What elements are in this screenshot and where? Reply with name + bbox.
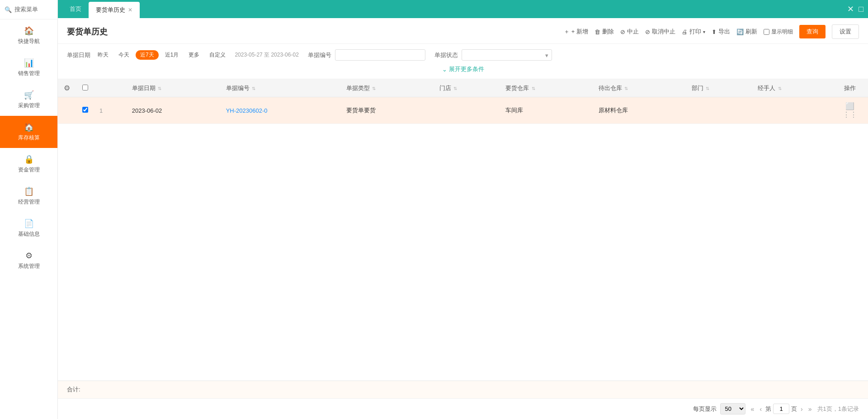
expand-filter-button[interactable]: ⌄ 展开更多条件 <box>442 65 484 73</box>
row-checkbox[interactable] <box>82 107 88 113</box>
print-icon: 🖨 <box>682 29 688 35</box>
sidebar-item-label: 基础信息 <box>18 230 40 238</box>
home-icon: 🏠 <box>24 26 34 36</box>
th-dest-warehouse: 待出仓库 ⇅ <box>593 79 686 97</box>
print-label: 打印 <box>689 28 701 36</box>
expand-label: 展开更多条件 <box>449 65 484 73</box>
sidebar-item-quick-nav[interactable]: 🏠 快捷导航 <box>0 19 57 52</box>
date-btn-yesterday[interactable]: 昨天 <box>94 50 112 60</box>
th-dest-warehouse-label: 待出仓库 <box>599 85 622 91</box>
query-button[interactable]: 查询 <box>799 25 826 38</box>
sidebar-item-finance[interactable]: 🔒 资金管理 <box>0 148 57 180</box>
status-select-wrapper <box>462 49 552 61</box>
th-req-warehouse-sort-icon[interactable]: ⇅ <box>532 86 535 91</box>
tab-bar: 首页 要货单历史 ✕ ✕ □ <box>58 0 868 18</box>
sidebar-item-system[interactable]: ⚙ 系统管理 <box>0 244 57 276</box>
th-order-no: 单据编号 ⇅ <box>221 79 341 97</box>
sidebar-item-sales[interactable]: 📊 销售管理 <box>0 52 57 84</box>
th-shop: 门店 ⇅ <box>434 79 500 97</box>
show-detail-checkbox[interactable] <box>764 29 769 35</box>
status-select[interactable] <box>462 49 552 61</box>
sidebar-item-inventory[interactable]: 🏠 库存核算 <box>0 116 57 148</box>
refresh-button[interactable]: 🔄 刷新 <box>736 28 757 36</box>
sidebar-item-operation[interactable]: 📋 经营管理 <box>0 180 57 212</box>
table-header-row: ⚙ 单据日期 ⇅ 单据编号 ⇅ <box>58 79 868 97</box>
row-view-button[interactable]: ⬜ <box>845 102 854 110</box>
row-check[interactable] <box>76 97 94 124</box>
page-label: 第 <box>765 405 771 413</box>
tab-close-button[interactable]: ✕ <box>128 7 132 13</box>
window-close-button[interactable]: ✕ <box>847 4 854 14</box>
select-all-checkbox[interactable] <box>82 85 88 90</box>
sidebar-item-label: 系统管理 <box>18 262 40 270</box>
print-button[interactable]: 🖨 打印 ▾ <box>682 28 705 36</box>
next-page-button[interactable]: › <box>799 405 805 414</box>
date-btn-7days[interactable]: 近7天 <box>136 50 159 60</box>
th-order-no-sort-icon[interactable]: ⇅ <box>252 86 255 91</box>
th-type-sort-icon[interactable]: ⇅ <box>372 86 376 91</box>
export-label: 导出 <box>718 28 730 36</box>
export-button[interactable]: ⬆ 导出 <box>712 28 730 36</box>
refresh-icon: 🔄 <box>736 29 744 35</box>
toolbar: ＋ + 新增 🗑 删除 ⊘ 中止 ⊘ 取消中止 🖨 打印 <box>564 24 859 39</box>
stop-button[interactable]: ⊘ 中止 <box>620 28 639 36</box>
th-handler: 经手人 ⇅ <box>752 79 832 97</box>
page-title: 要货单历史 <box>67 26 108 37</box>
settings-button[interactable]: 设置 <box>832 24 859 39</box>
filter-area: 单据日期 昨天 今天 近7天 近1月 更多 自定义 2023-05-27 至 2… <box>58 44 868 79</box>
column-settings-button[interactable]: ⚙ <box>64 84 70 92</box>
th-department-label: 部门 <box>692 85 703 91</box>
th-dest-warehouse-sort-icon[interactable]: ⇅ <box>624 86 628 91</box>
page-input[interactable] <box>773 404 789 414</box>
last-page-button[interactable]: » <box>807 405 814 414</box>
th-date: 单据日期 ⇅ <box>127 79 221 97</box>
show-detail-label: 显示明细 <box>771 28 793 36</box>
sidebar-item-label: 资金管理 <box>18 166 40 174</box>
prev-page-button[interactable]: ‹ <box>758 405 764 414</box>
sidebar-item-purchase[interactable]: 🛒 采购管理 <box>0 84 57 116</box>
total-info: 共1页，1条记录 <box>817 405 859 413</box>
show-detail-checkbox-wrapper[interactable]: 显示明细 <box>764 28 793 36</box>
cancel-stop-button[interactable]: ⊘ 取消中止 <box>645 28 675 36</box>
date-btn-1month[interactable]: 近1月 <box>161 50 183 60</box>
purchase-icon: 🛒 <box>24 90 34 100</box>
sidebar-item-basic[interactable]: 📄 基础信息 <box>0 212 57 244</box>
delete-button[interactable]: 🗑 删除 <box>594 28 614 36</box>
row-num: 1 <box>94 97 127 124</box>
date-btn-custom[interactable]: 自定义 <box>206 50 229 60</box>
th-type: 单据类型 ⇅ <box>341 79 434 97</box>
date-btn-more[interactable]: 更多 <box>185 50 203 60</box>
add-button[interactable]: ＋ + 新增 <box>564 28 588 36</box>
first-page-button[interactable]: « <box>749 405 756 414</box>
order-no-link[interactable]: YH-20230602-0 <box>226 107 268 114</box>
per-page-select[interactable]: 50 100 200 <box>720 403 745 414</box>
add-label: + 新增 <box>571 28 588 36</box>
row-shop <box>434 97 500 124</box>
row-date: 2023-06-02 <box>127 97 221 124</box>
th-handler-sort-icon[interactable]: ⇅ <box>778 86 782 91</box>
th-order-no-label: 单据编号 <box>226 85 250 91</box>
window-max-button[interactable]: □ <box>859 5 863 14</box>
system-icon: ⚙ <box>25 251 33 261</box>
date-btn-today[interactable]: 今天 <box>115 50 133 60</box>
th-shop-sort-icon[interactable]: ⇅ <box>453 86 457 91</box>
status-filter: 单据状态 ▾ <box>434 49 548 61</box>
row-more-button[interactable]: ⋮⋮ <box>843 110 857 119</box>
th-type-label: 单据类型 <box>346 85 370 91</box>
refresh-label: 刷新 <box>745 28 757 36</box>
th-handler-label: 经手人 <box>758 85 775 91</box>
sidebar-search[interactable]: 🔍 搜索菜单 <box>0 0 57 19</box>
page-nav: « ‹ 第 页 › » <box>749 404 814 414</box>
export-icon: ⬆ <box>712 29 717 35</box>
th-date-label: 单据日期 <box>132 85 156 91</box>
sidebar-item-label: 经营管理 <box>18 198 40 206</box>
order-no-input[interactable] <box>335 49 425 61</box>
th-req-warehouse: 要货仓库 ⇅ <box>500 79 593 97</box>
th-department-sort-icon[interactable]: ⇅ <box>706 86 709 91</box>
table-row: 1 2023-06-02 YH-20230602-0 要货单要货 车间库 原材料… <box>58 97 868 124</box>
th-date-sort-icon[interactable]: ⇅ <box>158 86 161 91</box>
cancel-stop-icon: ⊘ <box>645 29 650 35</box>
finance-icon: 🔒 <box>24 154 34 164</box>
tab-requisition-history[interactable]: 要货单历史 ✕ <box>89 2 140 18</box>
tab-home[interactable]: 首页 <box>62 0 89 18</box>
